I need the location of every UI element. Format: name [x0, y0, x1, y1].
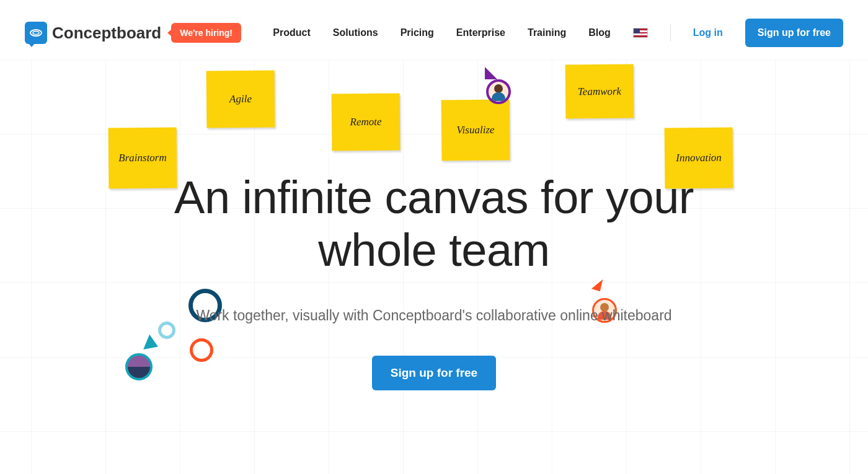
signup-button-hero[interactable]: Sign up for free [372, 356, 496, 390]
nav-divider [670, 24, 671, 42]
hiring-badge[interactable]: We're hiring! [171, 23, 241, 43]
brand-name: Conceptboard [52, 24, 161, 43]
hero-canvas: Brainstorm Agile Remote Visualize Teamwo… [0, 59, 868, 474]
collaborator-avatar-purple [486, 79, 511, 104]
hero-title: An infinite canvas for your whole team [149, 171, 719, 276]
hero-subtitle: Work together, visually with Conceptboar… [149, 302, 719, 330]
nav-enterprise[interactable]: Enterprise [456, 27, 505, 38]
nav-pricing[interactable]: Pricing [401, 27, 434, 38]
locale-flag-icon[interactable] [633, 28, 648, 38]
cursor-purple-icon [485, 67, 497, 79]
nav-training[interactable]: Training [528, 27, 566, 38]
login-link[interactable]: Log in [693, 27, 723, 38]
logo-icon [25, 22, 47, 44]
nav: Product Solutions Pricing Enterprise Tra… [273, 19, 843, 47]
sticky-note-visualize: Visualize [441, 100, 510, 161]
hero-content: An infinite canvas for your whole team W… [149, 171, 719, 390]
logo-group: Conceptboard We're hiring! [25, 22, 241, 44]
nav-product[interactable]: Product [273, 27, 310, 38]
logo[interactable]: Conceptboard [25, 22, 161, 44]
svg-point-1 [33, 32, 39, 35]
sticky-note-remote: Remote [332, 94, 401, 151]
svg-point-0 [30, 30, 42, 36]
sticky-note-agile: Agile [206, 71, 275, 128]
nav-solutions[interactable]: Solutions [333, 27, 378, 38]
sticky-note-teamwork: Teamwork [565, 64, 634, 119]
header: Conceptboard We're hiring! Product Solut… [0, 0, 868, 59]
logo-swirl-icon [29, 28, 43, 38]
nav-blog[interactable]: Blog [588, 27, 611, 38]
signup-button-header[interactable]: Sign up for free [745, 19, 843, 47]
